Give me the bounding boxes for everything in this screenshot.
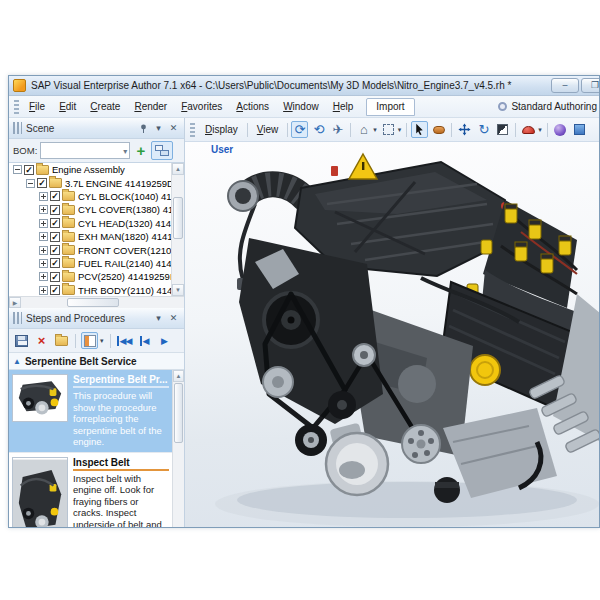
tree-node-label[interactable]: CYL COVER(1380) 4141 [78,204,171,215]
tree-node-label[interactable]: CYL BLOCK(1040) 4141 [78,191,171,202]
measure-icon[interactable] [430,121,447,138]
nav-prev-icon[interactable]: ◀ [136,332,153,349]
menu-create[interactable]: Create [83,98,127,115]
add-bom-button[interactable]: + [133,143,148,158]
dropdown-arrow-icon[interactable]: ▾ [100,337,104,345]
menu-file[interactable]: File [22,98,52,115]
close-icon[interactable]: ✕ [167,312,180,325]
tree-node-label[interactable]: 3.7L ENGINE 41419259DB8 [65,178,171,189]
3d-viewport[interactable]: User [185,142,599,527]
expand-node-icon[interactable] [39,259,48,268]
shading-icon[interactable] [494,121,511,138]
scrollbar-thumb[interactable] [67,298,119,307]
visibility-checkbox[interactable]: ✓ [50,258,60,268]
bom-structure-button[interactable] [151,141,173,160]
expand-node-icon[interactable] [39,205,48,214]
tree-row[interactable]: ✓3.7L ENGINE 41419259DB8 [9,176,171,189]
visibility-checkbox[interactable]: ✓ [50,232,60,242]
tree-vertical-scrollbar[interactable]: ▲ ▼ [171,163,184,296]
pin-icon[interactable] [137,122,150,135]
bom-select[interactable]: ▾ [40,142,130,159]
layout-view-icon[interactable] [81,332,98,349]
scroll-down-arrow[interactable]: ▼ [172,284,184,296]
tree-row[interactable]: ✓PCV(2520) 41419259DD [9,270,171,283]
step-title[interactable]: Serpentine Belt Pr... [73,374,169,388]
scrollbar-thumb[interactable] [173,197,183,239]
panel-grip[interactable] [13,312,22,324]
material-sphere-icon[interactable] [552,121,569,138]
save-procedure-icon[interactable] [13,332,30,349]
minimize-button[interactable]: – [551,78,579,93]
steps-vertical-scrollbar[interactable]: ▲ [172,370,184,528]
cursor-select-icon[interactable] [411,121,428,138]
dropdown-arrow-icon[interactable]: ▾ [538,126,542,134]
fly-icon[interactable]: ✈ [329,121,346,138]
tree-node-label[interactable]: CYL HEAD(1320) 41419 [78,218,171,229]
view-menu[interactable]: View [251,122,285,137]
open-procedure-icon[interactable] [53,332,70,349]
tree-row[interactable]: ✓FUEL RAIL(2140) 41419. [9,257,171,270]
tree-row[interactable]: ✓CYL BLOCK(1040) 4141 [9,190,171,203]
marquee-select-icon[interactable] [380,121,397,138]
tree-node-label[interactable]: THR BODY(2110) 41419 [78,285,171,296]
tree-horizontal-scrollbar[interactable]: ◀ ▶ [9,296,184,308]
maximize-button[interactable]: ❐ [581,78,600,93]
tree-node-label[interactable]: FRONT COVER(1210) 4. [78,245,171,256]
scroll-right-arrow[interactable]: ▶ [9,297,21,308]
title-bar[interactable]: SAP Visual Enterprise Author 7.1 x64 - C… [9,76,599,96]
visibility-checkbox[interactable]: ✓ [50,205,60,215]
chevron-down-icon[interactable]: ▾ [152,122,165,135]
collapse-node-icon[interactable] [13,165,22,174]
tree-row[interactable]: ✓FRONT COVER(1210) 4. [9,243,171,256]
scroll-up-arrow[interactable]: ▲ [173,370,184,382]
menu-actions[interactable]: Actions [229,98,276,115]
tree-node-label[interactable]: PCV(2520) 41419259DD [78,271,171,282]
tree-row[interactable]: ✓THR BODY(2110) 41419 [9,284,171,296]
menu-favorites[interactable]: Favorites [174,98,229,115]
collapse-node-icon[interactable] [26,179,35,188]
steps-panel-header[interactable]: Steps and Procedures ▾ ✕ [9,308,184,329]
menu-import-tab[interactable]: Import [366,98,414,116]
spin-icon[interactable]: ⟲ [310,121,327,138]
engine-3d-model[interactable] [185,142,599,527]
texture-icon[interactable] [571,121,588,138]
toolbar-grip[interactable] [190,123,195,137]
tree-row[interactable]: ✓Engine Assembly [9,163,171,176]
orbit-rotate-icon[interactable]: ⟳ [291,121,308,138]
visibility-checkbox[interactable]: ✓ [50,285,60,295]
visibility-checkbox[interactable]: ✓ [37,178,47,188]
tree-node-label[interactable]: FUEL RAIL(2140) 41419. [78,258,171,269]
visibility-checkbox[interactable]: ✓ [24,165,34,175]
dropdown-arrow-icon[interactable]: ▾ [373,126,377,134]
expand-node-icon[interactable] [39,286,48,295]
nav-next-icon[interactable]: ▶ [156,332,173,349]
scroll-up-arrow[interactable]: ▲ [172,163,184,175]
procedure-section-header[interactable]: ▲ Serpentine Belt Service [9,353,184,370]
tree-node-label[interactable]: EXH MAN(1820) 41419. [78,231,171,242]
nav-first-icon[interactable]: ◀◀ [116,332,133,349]
tree-row[interactable]: ✓CYL COVER(1380) 4141 [9,203,171,216]
visibility-checkbox[interactable]: ✓ [50,191,60,201]
expand-node-icon[interactable] [39,246,48,255]
menu-help[interactable]: Help [326,98,361,115]
home-icon[interactable]: ⌂ [355,121,372,138]
step-item[interactable]: Serpentine Belt Pr...This procedure will… [9,370,172,453]
expand-node-icon[interactable] [39,232,48,241]
visibility-checkbox[interactable]: ✓ [50,272,60,282]
pan-icon[interactable] [456,121,473,138]
scene-panel-header[interactable]: Scene ▾ ✕ [9,118,184,139]
expand-node-icon[interactable] [39,192,48,201]
menu-window[interactable]: Window [276,98,326,115]
panel-grip[interactable] [13,122,22,134]
menu-grip[interactable] [14,100,19,114]
collapse-icon[interactable]: ▲ [13,357,21,366]
chevron-down-icon[interactable]: ▾ [152,312,165,325]
delete-step-icon[interactable]: × [33,332,50,349]
close-icon[interactable]: ✕ [167,122,180,135]
rotate-view-icon[interactable]: ↻ [475,121,492,138]
tree-node-label[interactable]: Engine Assembly [52,164,125,175]
menu-edit[interactable]: Edit [52,98,83,115]
tree-row[interactable]: ✓CYL HEAD(1320) 41419 [9,217,171,230]
dropdown-arrow-icon[interactable]: ▾ [398,126,402,134]
expand-node-icon[interactable] [39,272,48,281]
